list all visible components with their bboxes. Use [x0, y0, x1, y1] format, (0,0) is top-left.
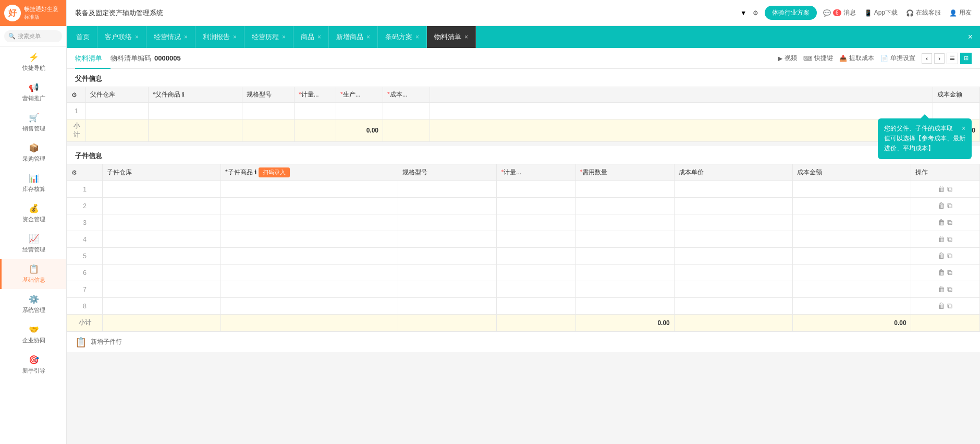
expand-btn[interactable]: ⊞	[960, 53, 972, 64]
child-cost-price-6[interactable]	[674, 265, 792, 281]
copy-btn-6[interactable]: ⧉	[947, 268, 952, 277]
tab-product-close[interactable]: ×	[317, 33, 321, 41]
child-warehouse-1[interactable]	[103, 181, 221, 198]
shortcut-btn[interactable]: ⌨ 快捷键	[803, 54, 833, 63]
child-warehouse-2[interactable]	[103, 198, 221, 214]
tab-operation[interactable]: 经营情况 ×	[146, 26, 195, 48]
child-product-1[interactable]	[220, 181, 398, 198]
child-cost-price-7[interactable]	[674, 281, 792, 298]
child-product-8[interactable]	[220, 298, 398, 315]
child-amount-6[interactable]	[792, 265, 911, 281]
child-unit-1[interactable]	[497, 181, 575, 198]
trial-button[interactable]: 体验行业方案	[765, 6, 817, 20]
sub-tab-bom-code[interactable]: 物料清单编码 0000005	[111, 48, 181, 69]
child-amount-7[interactable]	[792, 281, 911, 298]
sidebar-item-guide[interactable]: 🎯 新手引导	[0, 350, 66, 380]
tab-history[interactable]: 经营历程 ×	[244, 26, 293, 48]
parent-warehouse-cell[interactable]	[86, 103, 149, 119]
tab-home[interactable]: 首页	[69, 26, 97, 48]
sidebar-item-purchase[interactable]: 📦 采购管理	[0, 138, 66, 168]
child-cost-price-5[interactable]	[674, 248, 792, 265]
sidebar-item-collaboration[interactable]: 🤝 企业协同	[0, 319, 66, 350]
child-spec-3[interactable]	[398, 214, 497, 231]
child-unit-4[interactable]	[497, 231, 575, 248]
search-trigger[interactable]: 🔍 搜索菜单	[4, 30, 62, 42]
child-cost-price-1[interactable]	[674, 181, 792, 198]
list-view-btn[interactable]: ☰	[947, 53, 958, 64]
child-warehouse-7[interactable]	[103, 281, 221, 298]
tooltip-close-btn[interactable]: ×	[962, 124, 965, 134]
child-spec-5[interactable]	[398, 248, 497, 265]
sidebar-item-marketing[interactable]: 📢 营销推广	[0, 77, 66, 107]
scan-button[interactable]: 扫码录入	[259, 167, 290, 177]
sidebar-item-finance[interactable]: 💰 资金管理	[0, 198, 66, 229]
add-row-label[interactable]: 新增子件行	[91, 338, 122, 346]
sidebar-item-operations[interactable]: 📈 经营管理	[0, 229, 66, 259]
online-service-action[interactable]: 🎧 在线客服	[906, 8, 941, 17]
parent-col-settings[interactable]: ⚙	[67, 87, 86, 103]
child-warehouse-8[interactable]	[103, 298, 221, 315]
tab-bom[interactable]: 物料清单 ×	[427, 26, 476, 48]
child-cost-price-2[interactable]	[674, 198, 792, 214]
child-col-settings[interactable]: ⚙	[67, 164, 103, 181]
child-warehouse-4[interactable]	[103, 231, 221, 248]
app-download-action[interactable]: 📱 App下载	[864, 8, 898, 17]
tab-new-product[interactable]: 新增商品 ×	[329, 26, 378, 48]
child-amount-5[interactable]	[792, 248, 911, 265]
delete-btn-5[interactable]: 🗑	[938, 251, 945, 260]
search-area[interactable]: 🔍 搜索菜单	[0, 26, 66, 47]
parent-product-cell[interactable]	[149, 103, 242, 119]
child-unit-3[interactable]	[497, 214, 575, 231]
child-unit-8[interactable]	[497, 298, 575, 315]
dropdown-btn[interactable]: ▼	[740, 9, 746, 17]
tab-customer[interactable]: 客户联络 ×	[97, 26, 146, 48]
delete-btn-4[interactable]: 🗑	[938, 235, 945, 244]
parent-cost-amount-cell[interactable]	[933, 103, 980, 119]
child-qty-3[interactable]	[575, 214, 674, 231]
settings-btn[interactable]: ⚙	[753, 9, 758, 17]
child-product-6[interactable]	[220, 265, 398, 281]
child-qty-4[interactable]	[575, 231, 674, 248]
child-product-5[interactable]	[220, 248, 398, 265]
copy-btn-1[interactable]: ⧉	[947, 185, 952, 194]
child-amount-4[interactable]	[792, 231, 911, 248]
child-spec-7[interactable]	[398, 281, 497, 298]
sub-tab-bom-list[interactable]: 物料清单	[75, 48, 111, 69]
extract-cost-btn[interactable]: 📥 提取成本	[839, 54, 874, 63]
sidebar-item-sales[interactable]: 🛒 销售管理	[0, 107, 66, 138]
child-spec-6[interactable]	[398, 265, 497, 281]
tab-customer-close[interactable]: ×	[135, 33, 139, 41]
tab-profit[interactable]: 利润报告 ×	[195, 26, 244, 48]
child-spec-2[interactable]	[398, 198, 497, 214]
child-spec-4[interactable]	[398, 231, 497, 248]
tab-history-close[interactable]: ×	[282, 33, 286, 41]
child-unit-7[interactable]	[497, 281, 575, 298]
parent-unit-cell[interactable]	[295, 103, 336, 119]
delete-btn-3[interactable]: 🗑	[938, 218, 945, 227]
copy-btn-8[interactable]: ⧉	[947, 302, 952, 310]
copy-btn-5[interactable]: ⧉	[947, 251, 952, 260]
child-qty-2[interactable]	[575, 198, 674, 214]
child-qty-1[interactable]	[575, 181, 674, 198]
delete-btn-7[interactable]: 🗑	[938, 285, 945, 294]
next-btn[interactable]: ›	[934, 53, 945, 64]
delete-btn-8[interactable]: 🗑	[938, 302, 945, 310]
tab-barcode-close[interactable]: ×	[415, 33, 419, 41]
copy-btn-4[interactable]: ⧉	[947, 235, 952, 244]
child-qty-7[interactable]	[575, 281, 674, 298]
child-qty-6[interactable]	[575, 265, 674, 281]
child-spec-1[interactable]	[398, 181, 497, 198]
sidebar-item-basic-info[interactable]: 📋 基础信息	[0, 259, 66, 289]
prev-btn[interactable]: ‹	[922, 53, 932, 64]
child-warehouse-6[interactable]	[103, 265, 221, 281]
delete-btn-1[interactable]: 🗑	[938, 185, 945, 194]
tab-new-product-close[interactable]: ×	[366, 33, 370, 41]
tab-profit-close[interactable]: ×	[233, 33, 237, 41]
parent-produce-cell[interactable]	[336, 103, 383, 119]
copy-btn-7[interactable]: ⧉	[947, 285, 952, 294]
user-action[interactable]: 👤 用友	[949, 8, 972, 17]
child-unit-5[interactable]	[497, 248, 575, 265]
sidebar-item-quick-nav[interactable]: ⚡ 快捷导航	[0, 47, 66, 77]
parent-cost-cell[interactable]	[383, 103, 430, 119]
child-cost-price-8[interactable]	[674, 298, 792, 315]
